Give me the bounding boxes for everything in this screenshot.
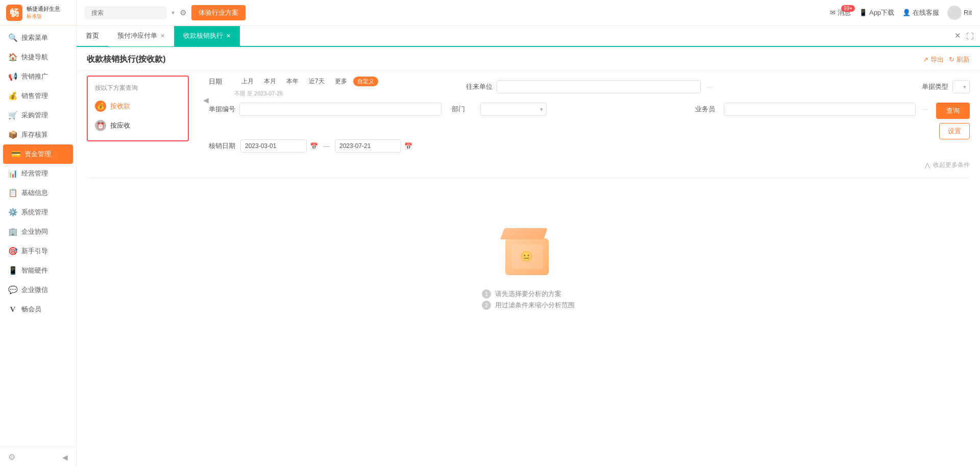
- settings-icon[interactable]: ⚙: [180, 8, 186, 17]
- close-icon[interactable]: ✕: [226, 33, 231, 39]
- sidebar-logo: 畅 畅捷通好生意 标准版: [0, 0, 76, 26]
- logo-title: 畅捷通好生意: [27, 5, 60, 13]
- tab-prepay[interactable]: 预付冲应付单 ✕: [108, 26, 174, 46]
- sidebar-item-inventory[interactable]: 📦 库存核算: [0, 125, 76, 144]
- member-icon: V: [8, 305, 17, 314]
- download-icon: 📱: [859, 9, 867, 16]
- counterparty-dots-icon[interactable]: ···: [707, 83, 713, 91]
- home-icon: 🏠: [8, 53, 17, 62]
- sidebar-item-wechat[interactable]: 💬 企业微信: [0, 280, 76, 300]
- page-title: 收款核销执行(按收款): [87, 54, 166, 65]
- filter-sidebar-title: 按以下方案查询: [88, 82, 188, 96]
- counterparty-input[interactable]: [497, 80, 701, 93]
- empty-illustration: 😐: [495, 219, 561, 275]
- collapse-sidebar-icon[interactable]: ◀: [62, 453, 68, 461]
- export-button[interactable]: ↗ 导出: [923, 55, 944, 64]
- sidebar-item-purchase[interactable]: 🛒 采购管理: [0, 106, 76, 125]
- verify-date-label: 核销日期: [209, 141, 235, 151]
- date-btn-this-year[interactable]: 本年: [282, 76, 303, 87]
- sidebar-item-search[interactable]: 🔍 搜索菜单: [0, 28, 76, 47]
- header-search-input[interactable]: [85, 7, 166, 19]
- salesperson-dots-icon[interactable]: ···: [922, 105, 928, 113]
- user-name: Rit: [964, 9, 972, 16]
- maximize-tab-button[interactable]: ⛶: [966, 32, 974, 40]
- sidebar-item-quick-nav[interactable]: 🏠 快捷导航: [0, 47, 76, 67]
- online-service-button[interactable]: 👤 在线客服: [902, 8, 939, 17]
- close-icon[interactable]: ✕: [160, 33, 165, 39]
- salesperson-input[interactable]: [724, 103, 916, 116]
- close-tab-button[interactable]: ✕: [954, 31, 961, 40]
- basic-icon: 📋: [8, 188, 17, 198]
- doc-number-input[interactable]: [239, 103, 442, 116]
- department-select[interactable]: [480, 103, 547, 116]
- page-inner: 收款核销执行(按收款) ↗ 导出 ↻ 刷新 按以下方案: [77, 47, 980, 467]
- sidebar-item-guide[interactable]: 🎯 新手引导: [0, 241, 76, 261]
- salesperson-label: 业务员: [695, 105, 720, 114]
- verify-start-input[interactable]: [240, 139, 307, 153]
- page-content: 收款核销执行(按收款) ↗ 导出 ↻ 刷新 按以下方案: [77, 47, 980, 467]
- header-right: ✉ 消息 99+ 📱 App下载 👤 在线客服 Rit: [830, 6, 972, 20]
- refresh-button[interactable]: ↻ 刷新: [949, 55, 970, 64]
- box-face: 😐: [513, 247, 539, 266]
- filter-collapse-button[interactable]: ◀: [203, 96, 209, 104]
- app-download-button[interactable]: 📱 App下载: [859, 8, 894, 17]
- date-btn-more[interactable]: 更多: [331, 76, 351, 87]
- empty-state: 😐 1 请先选择要分析的方案 2 用过滤条件来缩小分析范围: [77, 178, 980, 340]
- sidebar-item-label: 系统管理: [21, 208, 48, 217]
- logo-subtitle: 标准版: [27, 13, 60, 20]
- sidebar-item-hardware[interactable]: 📱 智能硬件: [0, 261, 76, 280]
- service-icon: 👤: [902, 9, 911, 16]
- sidebar-item-business[interactable]: 📊 经营管理: [0, 164, 76, 183]
- hardware-icon: 📱: [8, 266, 17, 275]
- doc-type-label: 单据类型: [922, 82, 948, 91]
- date-btn-last-month[interactable]: 上月: [237, 76, 258, 87]
- date-label: 日期: [209, 77, 233, 86]
- sidebar-item-basic-info[interactable]: 📋 基础信息: [0, 183, 76, 203]
- filter-option-by-collection[interactable]: 💰 按收款: [88, 96, 188, 116]
- empty-line-2: 2 用过滤条件来缩小分析范围: [482, 301, 575, 310]
- sidebar-item-finance[interactable]: 💳 资金管理: [3, 144, 73, 164]
- page-header: 收款核销执行(按收款) ↗ 导出 ↻ 刷新: [77, 47, 980, 70]
- user-profile[interactable]: Rit: [947, 6, 972, 20]
- purchase-icon: 🛒: [8, 111, 17, 120]
- sidebar-item-label: 搜索菜单: [21, 33, 48, 42]
- tab-home-label: 首页: [86, 31, 99, 40]
- collapse-label: 收起更多条件: [933, 161, 970, 169]
- department-select-wrapper: [480, 103, 547, 116]
- query-button[interactable]: 查询: [936, 103, 970, 119]
- sidebar-item-label: 营销推广: [21, 72, 48, 81]
- sidebar-menu: 🔍 搜索菜单 🏠 快捷导航 📢 营销推广 💰 销售管理 🛒 采购管理 📦 库存核…: [0, 26, 76, 447]
- notification-button[interactable]: ✉ 消息 99+: [830, 8, 851, 17]
- settings-button[interactable]: 设置: [939, 123, 970, 139]
- doc-number-field: 单据编号: [209, 103, 442, 116]
- refresh-icon: ↻: [949, 56, 954, 63]
- sidebar-item-sales[interactable]: 💰 销售管理: [0, 86, 76, 106]
- date-btn-custom[interactable]: 自定义: [353, 77, 378, 86]
- sidebar-item-marketing[interactable]: 📢 营销推广: [0, 67, 76, 86]
- department-label: 部门: [452, 105, 476, 114]
- sales-icon: 💰: [8, 91, 17, 101]
- filter-area: 按以下方案查询 💰 按收款 ⏰ 按应收 ◀: [77, 70, 980, 178]
- tab-collection[interactable]: 收款核销执行 ✕: [174, 26, 240, 46]
- tab-bar-actions: ✕ ⛶: [954, 31, 980, 40]
- verify-end-input[interactable]: [335, 139, 401, 153]
- industry-solution-button[interactable]: 体验行业方案: [191, 5, 246, 20]
- sidebar-item-system[interactable]: ⚙️ 系统管理: [0, 203, 76, 222]
- calendar-start-icon[interactable]: 📅: [310, 142, 318, 150]
- sidebar-item-label: 基础信息: [21, 188, 48, 198]
- step-2-number: 2: [482, 301, 491, 310]
- query-settings-col: 查询 设置: [936, 103, 970, 139]
- doc-type-select[interactable]: [952, 80, 970, 93]
- date-btn-7days[interactable]: 近7天: [305, 76, 329, 87]
- date-btn-this-month[interactable]: 本月: [260, 76, 280, 87]
- sidebar-item-enterprise[interactable]: 🏢 企业协同: [0, 222, 76, 241]
- settings-footer-icon[interactable]: ⚙: [8, 452, 15, 462]
- collapse-more-button[interactable]: ⋀ 收起更多条件: [209, 158, 970, 173]
- calendar-end-icon[interactable]: 📅: [404, 142, 412, 150]
- tab-home[interactable]: 首页: [77, 26, 108, 46]
- sidebar-item-member[interactable]: V 畅会员: [0, 300, 76, 319]
- sidebar-item-label: 库存核算: [21, 130, 48, 139]
- sidebar-item-label: 快捷导航: [21, 53, 48, 62]
- filter-option-by-receivable[interactable]: ⏰ 按应收: [88, 116, 188, 135]
- receivable-filter-icon: ⏰: [95, 120, 106, 131]
